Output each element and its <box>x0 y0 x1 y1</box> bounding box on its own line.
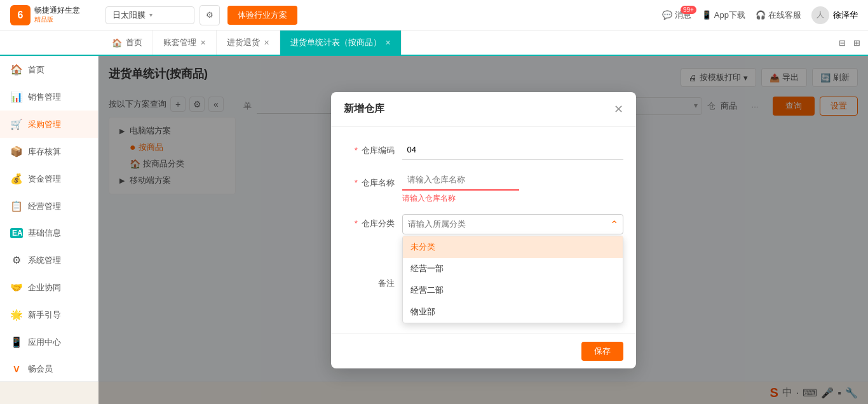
top-bar: 6 畅捷通好生意 精品版 日太阳膜 ▾ ⚙ 体验行业方案 💬 消息 99+ 📱 … <box>0 0 868 30</box>
home-icon: 🏠 <box>112 38 122 48</box>
sidebar-base-info-label: 基础信息 <box>28 227 61 239</box>
sidebar-purchase-label: 采购管理 <box>28 119 61 130</box>
sidebar-item-purchase[interactable]: 🛒 采购管理 <box>0 111 98 138</box>
sidebar: 🏠 首页 📊 销售管理 🛒 采购管理 📦 库存核算 💰 资金管理 📋 经营管理 … <box>0 56 98 404</box>
sidebar-enterprise-label: 企业协同 <box>28 282 61 293</box>
name-error-msg: 请输入仓库名称 <box>402 194 456 203</box>
app-icon: 📱 <box>10 336 23 348</box>
sidebar-finance-label: 资金管理 <box>28 173 61 185</box>
modal-overlay: 新增仓库 ✕ * 仓库编码 <box>98 56 868 404</box>
sidebar-system-label: 系统管理 <box>28 255 61 266</box>
message-item[interactable]: 💬 消息 99+ <box>662 10 691 21</box>
username-label: 徐泽华 <box>833 10 858 21</box>
sidebar-item-home[interactable]: 🏠 首页 <box>0 56 98 83</box>
logo-name: 畅捷通好生意 <box>34 6 80 16</box>
avatar: 人 <box>811 6 829 24</box>
modal-new-warehouse: 新增仓库 ✕ * 仓库编码 <box>331 92 636 368</box>
option-dept1[interactable]: 经营一部 <box>403 258 623 279</box>
finance-icon: 💰 <box>10 173 23 185</box>
category-dropdown-list: 未分类 经营一部 经营二部 物业部 <box>402 236 623 323</box>
save-button[interactable]: 保存 <box>581 342 623 361</box>
tab-purchase-return[interactable]: 进货退货 ✕ <box>217 30 280 55</box>
sidebar-sales-label: 销售管理 <box>28 91 61 103</box>
tab-accounts[interactable]: 账套管理 ✕ <box>153 30 217 55</box>
content-area: 进货单统计(按商品) 🖨 按模板打印 ▾ 📤 导出 🔄 刷新 <box>98 56 868 404</box>
code-input[interactable] <box>402 140 623 160</box>
category-input[interactable] <box>402 214 623 234</box>
app-download-label: App下载 <box>714 10 745 21</box>
option-property[interactable]: 物业部 <box>403 301 623 323</box>
sidebar-item-newbie[interactable]: 🌟 新手引导 <box>0 301 98 328</box>
enterprise-icon: 🤝 <box>10 281 23 293</box>
sidebar-item-app[interactable]: 📱 应用中心 <box>0 328 98 356</box>
online-service-item[interactable]: 🎧 在线客服 <box>756 10 801 21</box>
sidebar-item-inventory[interactable]: 📦 库存核算 <box>0 138 98 165</box>
modal-footer: 保存 <box>331 333 636 368</box>
sidebar-operations-label: 经营管理 <box>28 201 61 212</box>
home-sidebar-icon: 🏠 <box>10 64 23 76</box>
sidebar-item-operations[interactable]: 📋 经营管理 <box>0 192 98 220</box>
trial-button[interactable]: 体验行业方案 <box>227 6 297 25</box>
remark-label: 备注 <box>344 273 395 289</box>
option-unclassified[interactable]: 未分类 <box>403 236 623 258</box>
store-selector[interactable]: 日太阳膜 ▾ <box>105 6 194 24</box>
tab-purchase-return-label: 进货退货 <box>227 37 260 48</box>
store-name: 日太阳膜 <box>112 10 146 21</box>
modal-title: 新增仓库 <box>344 102 384 116</box>
sidebar-item-base-info[interactable]: EA 基础信息 <box>0 220 98 246</box>
option-dept2[interactable]: 经营二部 <box>403 279 623 301</box>
category-dropdown-wrap: ⌃ 未分类 经营一部 经营二部 物业部 <box>402 214 623 234</box>
code-label: * 仓库编码 <box>344 140 395 156</box>
modal-body: * 仓库编码 * 仓库名称 <box>331 127 636 333</box>
mobile-icon: 📱 <box>702 10 712 20</box>
sidebar-item-member[interactable]: V 畅会员 <box>0 356 98 382</box>
tab-home[interactable]: 🏠 首页 <box>102 30 153 55</box>
headphone-icon: 🎧 <box>756 10 766 20</box>
tab-minimize-icon[interactable]: ⊟ <box>836 37 848 49</box>
sidebar-newbie-label: 新手引导 <box>28 309 61 321</box>
sidebar-inventory-label: 库存核算 <box>28 146 61 158</box>
tab-expand-icon[interactable]: ⊞ <box>851 37 863 49</box>
user-area[interactable]: 人 徐泽华 <box>811 6 858 24</box>
sidebar-item-finance[interactable]: 💰 资金管理 <box>0 165 98 192</box>
system-icon: ⚙ <box>10 254 23 266</box>
name-input[interactable] <box>402 170 519 191</box>
logo-icon: 6 <box>10 5 31 25</box>
online-service-label: 在线客服 <box>768 10 801 21</box>
settings-icon[interactable]: ⚙ <box>200 5 220 25</box>
modal-close-button[interactable]: ✕ <box>614 102 623 116</box>
operations-icon: 📋 <box>10 200 23 212</box>
logo-sub: 精品版 <box>34 15 80 24</box>
base-info-icon: EA <box>10 228 23 238</box>
category-field-row: * 仓库分类 ⌃ 未分类 经营一部 经营二部 物业部 <box>344 214 623 234</box>
tab-purchase-stats[interactable]: 进货单统计表（按商品） ✕ <box>280 30 402 55</box>
tabs-bar: 🏠 首页 账套管理 ✕ 进货退货 ✕ 进货单统计表（按商品） ✕ ⊟ ⊞ <box>0 30 868 56</box>
modal-header: 新增仓库 ✕ <box>331 92 636 127</box>
tab-accounts-label: 账套管理 <box>163 37 196 48</box>
tab-spacer: ⊟ ⊞ <box>836 30 868 55</box>
sales-icon: 📊 <box>10 91 23 103</box>
name-label: * 仓库名称 <box>344 172 395 189</box>
tab-purchase-stats-close[interactable]: ✕ <box>385 39 391 47</box>
purchase-icon: 🛒 <box>10 118 23 130</box>
tab-purchase-stats-label: 进货单统计表（按商品） <box>290 37 381 48</box>
code-field-row: * 仓库编码 <box>344 140 623 160</box>
tab-accounts-close[interactable]: ✕ <box>200 39 206 47</box>
logo-area: 6 畅捷通好生意 精品版 <box>10 5 105 25</box>
sidebar-member-label: 畅会员 <box>28 363 53 375</box>
message-icon: 💬 <box>662 10 672 20</box>
top-right: 💬 消息 99+ 📱 App下载 🎧 在线客服 人 徐泽华 <box>662 6 858 24</box>
sidebar-item-system[interactable]: ⚙ 系统管理 <box>0 246 98 274</box>
tab-home-label: 首页 <box>126 37 142 48</box>
message-badge: 99+ <box>681 6 696 14</box>
newbie-icon: 🌟 <box>10 309 23 321</box>
sidebar-item-sales[interactable]: 📊 销售管理 <box>0 83 98 111</box>
tab-purchase-return-close[interactable]: ✕ <box>264 39 269 47</box>
sidebar-app-label: 应用中心 <box>28 337 61 348</box>
sidebar-home-label: 首页 <box>28 64 44 76</box>
inventory-icon: 📦 <box>10 145 23 158</box>
sidebar-item-enterprise[interactable]: 🤝 企业协同 <box>0 274 98 301</box>
store-arrow-icon: ▾ <box>149 11 153 18</box>
app-download-item[interactable]: 📱 App下载 <box>702 10 745 21</box>
category-label: * 仓库分类 <box>344 214 395 229</box>
